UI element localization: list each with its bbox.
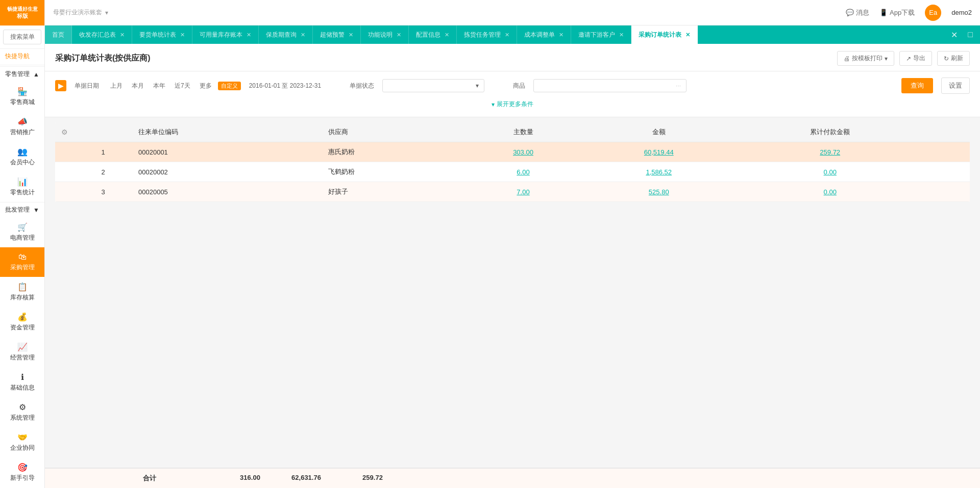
tab-close-over-stock[interactable]: ✕	[349, 32, 353, 38]
query-button[interactable]: 查询	[901, 78, 933, 93]
finance-label: 资金管理	[10, 323, 35, 332]
printer-icon: 🖨	[844, 55, 850, 62]
sidebar-item-marketing[interactable]: 📣 营销推广	[0, 112, 44, 142]
status-filter-label: 单据状态	[350, 82, 374, 90]
sidebar-item-member-center[interactable]: 👥 会员中心	[0, 142, 44, 172]
sidebar-item-operation[interactable]: 📈 经营管理	[0, 337, 44, 367]
shortcut-this-month[interactable]: 本月	[129, 81, 147, 91]
sidebar-item-ecommerce[interactable]: 🛒 电商管理	[0, 217, 44, 247]
status-filter-select[interactable]: ▾	[382, 79, 484, 92]
retail-management-group[interactable]: 零售管理 ▲	[0, 66, 44, 82]
row-amount-cell[interactable]: 1,586.52	[582, 162, 735, 182]
settings-button[interactable]: 设置	[941, 78, 970, 94]
expand-more-conditions-button[interactable]: ▾ 展开更多条件	[492, 100, 533, 109]
shortcut-last-7-days[interactable]: 近7天	[172, 81, 193, 91]
tab-goods-stats[interactable]: 要货单统计表 ✕	[132, 25, 192, 44]
row-amount-cell[interactable]: 525.80	[582, 182, 735, 202]
operation-label: 经营管理	[10, 353, 35, 362]
col-supplier-header: 供应商	[322, 122, 463, 142]
tab-close-cost-adjust[interactable]: ✕	[559, 32, 564, 38]
refresh-button[interactable]: ↻ 刷新	[937, 51, 970, 66]
chevron-down-icon: ▼	[33, 207, 39, 214]
row-main-qty-cell[interactable]: 7.00	[464, 182, 583, 202]
tab-invite-downstream[interactable]: 邀请下游客户 ✕	[571, 25, 631, 44]
tab-close-collect-pay[interactable]: ✕	[120, 32, 125, 38]
tab-purchase-stats[interactable]: 采购订单统计表 ✕	[631, 25, 698, 44]
tab-close-config-info[interactable]: ✕	[445, 32, 449, 38]
sidebar-item-purchase[interactable]: 🛍 采购管理	[0, 247, 44, 277]
row-paid-amount-cell[interactable]: 0.00	[735, 182, 925, 202]
page-header: 采购订单统计表(按供应商) 🖨 按模板打印 ▾ ↗ 导出 ↻ 刷新	[45, 44, 980, 71]
row-paid-amount-cell[interactable]: 0.00	[735, 162, 925, 182]
tab-over-stock[interactable]: 超储预警 ✕	[313, 25, 361, 44]
date-filter-label: 单据日期	[75, 82, 99, 90]
tab-maximize-button[interactable]: □	[965, 29, 976, 40]
sidebar-item-basic-info[interactable]: ℹ 基础信息	[0, 367, 44, 397]
row-main-qty-cell[interactable]: 303.00	[464, 142, 583, 162]
sidebar-item-system[interactable]: ⚙ 系统管理	[0, 397, 44, 427]
shortcut-this-year[interactable]: 本年	[150, 81, 168, 91]
column-settings-icon[interactable]: ⚙	[61, 128, 68, 136]
tab-collect-pay[interactable]: 收发存汇总表 ✕	[72, 25, 132, 44]
export-label: 导出	[913, 54, 925, 63]
export-button[interactable]: ↗ 导出	[899, 51, 932, 66]
tab-warranty[interactable]: 保质期查询 ✕	[259, 25, 313, 44]
sidebar-item-enterprise[interactable]: 🤝 企业协同	[0, 427, 44, 457]
user-name[interactable]: demo2	[951, 9, 972, 16]
goods-filter-input[interactable]: ···	[533, 79, 687, 92]
expand-more-label: 展开更多条件	[497, 100, 533, 109]
sidebar-item-new-guide[interactable]: 🎯 新手引导	[0, 457, 44, 487]
tab-close-invite-downstream[interactable]: ✕	[619, 32, 624, 38]
invite-downstream-label: 邀请下游客户	[578, 31, 615, 39]
tab-home[interactable]: 首页	[45, 25, 72, 44]
app-download-action[interactable]: 📱 App下载	[879, 8, 915, 17]
batch-manage-group[interactable]: 批发管理 ▼	[0, 202, 44, 217]
tab-close-warranty[interactable]: ✕	[301, 32, 305, 38]
app-logo: 畅捷通好生意 标版	[0, 0, 44, 25]
tab-available-stock[interactable]: 可用量库存账本 ✕	[192, 25, 259, 44]
tab-cost-adjust[interactable]: 成本调整单 ✕	[517, 25, 571, 44]
tab-pick-task[interactable]: 拣货任务管理 ✕	[457, 25, 517, 44]
sidebar-item-retail-shop[interactable]: 🏪 零售商城	[0, 82, 44, 112]
table-wrapper: ⚙ 往来单位编码 供应商 主数量 金额 累计付款金额 1 00020001 惠氏…	[45, 117, 980, 468]
home-label: 首页	[52, 31, 64, 39]
tab-close-goods-stats[interactable]: ✕	[180, 32, 185, 38]
system-label: 系统管理	[10, 414, 35, 422]
row-main-qty-cell[interactable]: 6.00	[464, 162, 583, 182]
main-area: 母婴行业演示账套 ▾ 💬 消息 📱 App下载 Ea demo2 首页 收发存汇…	[45, 0, 980, 488]
sidebar-item-inventory[interactable]: 📋 库存核算	[0, 277, 44, 307]
sidebar-item-finance[interactable]: 💰 资金管理	[0, 307, 44, 337]
content-area: 采购订单统计表(按供应商) 🖨 按模板打印 ▾ ↗ 导出 ↻ 刷新	[45, 44, 980, 488]
tab-function-desc[interactable]: 功能说明 ✕	[361, 25, 409, 44]
tab-config-info[interactable]: 配置信息 ✕	[409, 25, 457, 44]
template-print-button[interactable]: 🖨 按模板打印 ▾	[837, 51, 894, 66]
tab-close-function-desc[interactable]: ✕	[397, 32, 401, 38]
search-menu-button[interactable]: 搜索菜单	[3, 30, 41, 44]
operation-icon: 📈	[17, 342, 28, 352]
account-dropdown[interactable]: 母婴行业演示账套 ▾	[53, 8, 108, 17]
shortcut-last-month[interactable]: 上月	[107, 81, 126, 91]
app-download-label: App下载	[890, 8, 915, 17]
row-unit-code-cell: 00020001	[132, 142, 322, 162]
col-amount-header: 金额	[582, 122, 735, 142]
quick-nav-label: 快捷导航	[5, 52, 30, 61]
tab-close-available-stock[interactable]: ✕	[247, 32, 251, 38]
tab-close-purchase-stats[interactable]: ✕	[685, 32, 690, 38]
tab-close-pick-task[interactable]: ✕	[505, 32, 509, 38]
retail-stats-label: 零售统计	[10, 188, 35, 197]
sidebar-item-retail-stats[interactable]: 📊 零售统计	[0, 172, 44, 202]
message-action[interactable]: 💬 消息	[846, 8, 869, 17]
tab-close-all-button[interactable]: ✕	[948, 29, 961, 41]
user-avatar[interactable]: Ea	[925, 5, 941, 21]
shortcut-more[interactable]: 更多	[197, 81, 215, 91]
date-shortcuts: 上月 本月 本年 近7天 更多 自定义	[107, 81, 241, 91]
app-logo-line2: 标版	[7, 12, 38, 19]
avatar-text: Ea	[929, 9, 937, 16]
row-paid-amount-cell[interactable]: 259.72	[735, 142, 925, 162]
expand-toggle-button[interactable]: ▶	[55, 80, 66, 91]
ecommerce-icon: 🛒	[17, 222, 28, 232]
row-amount-cell[interactable]: 60,519.44	[582, 142, 735, 162]
quick-nav-title[interactable]: 快捷导航	[0, 49, 44, 64]
marketing-icon: 📣	[17, 117, 28, 126]
purchase-icon: 🛍	[18, 252, 27, 262]
